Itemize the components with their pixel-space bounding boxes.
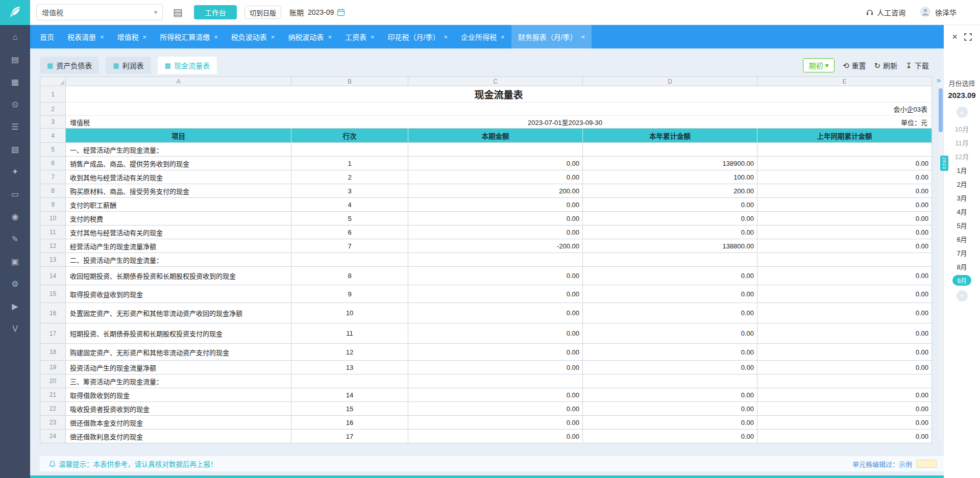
cell-prior-amount[interactable]: 0.00: [757, 239, 932, 253]
cell-current-amount[interactable]: 0.00: [408, 225, 583, 239]
cell-item[interactable]: 支付的职工薪酬: [66, 198, 291, 212]
cell-current-amount[interactable]: 0.00: [408, 323, 583, 344]
cell-ytd-amount[interactable]: 0.00: [583, 285, 757, 303]
cell-item[interactable]: 经营活动产生的现金流量净额: [66, 239, 291, 253]
row-number[interactable]: 13: [40, 253, 66, 267]
cell-prior-amount[interactable]: 0.00: [757, 198, 932, 212]
cell-line[interactable]: 14: [291, 388, 408, 402]
cell-item[interactable]: 吸收投资者投资收到的现金: [66, 402, 291, 416]
month-item[interactable]: 1月: [944, 163, 980, 177]
cell-ytd-amount[interactable]: 0.00: [583, 212, 757, 225]
cell-line[interactable]: 17: [291, 430, 408, 443]
cell-item[interactable]: 偿还借款利息支付的现金: [66, 430, 291, 443]
cell-line[interactable]: 9: [291, 285, 408, 303]
cell-prior-amount[interactable]: 0.00: [757, 323, 932, 344]
cell-item[interactable]: 一、经营活动产生的现金流量：: [66, 143, 291, 157]
column-header[interactable]: E: [757, 77, 932, 86]
refresh-button[interactable]: ↻ 刷新: [874, 60, 898, 70]
cell-line[interactable]: 1: [291, 157, 408, 170]
cell-prior-amount[interactable]: 0.00: [757, 430, 932, 443]
tab-9[interactable]: 企业所得税×: [454, 25, 511, 48]
month-item[interactable]: 5月: [944, 218, 980, 232]
cell-ytd-amount[interactable]: 200.00: [583, 184, 757, 198]
row-number[interactable]: 8: [40, 184, 66, 198]
cell-current-amount[interactable]: 0.00: [408, 285, 583, 303]
cell-current-amount[interactable]: 0.00: [408, 157, 583, 170]
cell-current-amount[interactable]: 0.00: [408, 402, 583, 416]
row-number[interactable]: 16: [40, 303, 66, 323]
cell-current-amount[interactable]: 0.00: [408, 267, 583, 285]
cell-line[interactable]: 5: [291, 212, 408, 225]
doc-icon[interactable]: ✎: [10, 234, 20, 244]
cell-ytd-amount[interactable]: 0.00: [583, 388, 757, 402]
report-icon[interactable]: ▧: [10, 144, 20, 155]
cell-ytd-amount[interactable]: 0.00: [583, 361, 757, 374]
subtab-3[interactable]: ▦现金流量表: [158, 57, 217, 74]
tab-4[interactable]: 所得税汇算清缴×: [153, 25, 225, 48]
cell-item[interactable]: 处置固定资产、无形资产和其他非流动资产收回的现金净额: [66, 303, 291, 323]
row-number[interactable]: 22: [40, 402, 66, 416]
cell-item[interactable]: 三、筹资活动产生的现金流量：: [66, 374, 291, 388]
cell-prior-amount[interactable]: 0.00: [757, 303, 932, 323]
calendar-icon[interactable]: [337, 8, 345, 16]
reset-button[interactable]: ⟲ 重置: [843, 60, 866, 70]
cell-prior-amount[interactable]: 0.00: [757, 225, 932, 239]
tab-close-icon[interactable]: ×: [328, 33, 332, 41]
cell-ytd-amount[interactable]: 0.00: [583, 416, 757, 430]
row-number[interactable]: 11: [40, 225, 66, 239]
cell-line[interactable]: [291, 374, 408, 388]
tab-7[interactable]: 工资表×: [338, 25, 381, 48]
cell-line[interactable]: 4: [291, 198, 408, 212]
cell-item[interactable]: 取得投资收益收到的现金: [66, 285, 291, 303]
gift-icon[interactable]: ✦: [10, 167, 20, 177]
cell-prior-amount[interactable]: 0.00: [757, 344, 932, 361]
brand-icon[interactable]: V: [10, 324, 20, 334]
cell-item[interactable]: 支付的税费: [66, 212, 291, 225]
month-item[interactable]: 4月: [944, 205, 980, 218]
tab-close-icon[interactable]: ×: [444, 33, 448, 41]
row-number[interactable]: 17: [40, 323, 66, 344]
row-number[interactable]: 18: [40, 344, 66, 361]
cell-item[interactable]: 支付其他与经营活动有关的现金: [66, 225, 291, 239]
month-item[interactable]: 2月: [944, 177, 980, 191]
row-number[interactable]: 15: [40, 285, 66, 303]
cell-prior-amount[interactable]: 0.00: [757, 184, 932, 198]
report-select[interactable]: 增值税 ▾: [36, 4, 163, 20]
cell-item[interactable]: 购买原材料、商品、接受劳务支付的现金: [66, 184, 291, 198]
cell-item[interactable]: 短期投资、长期债券投资和长期股权投资支付的现金: [66, 323, 291, 344]
row-number[interactable]: 21: [40, 388, 66, 402]
voucher-icon[interactable]: ▤: [173, 7, 183, 17]
close-all-icon[interactable]: ×: [952, 32, 958, 41]
period-dropdown-button[interactable]: 期初 ▾: [803, 58, 835, 72]
row-number[interactable]: 12: [40, 239, 66, 253]
tab-close-icon[interactable]: ×: [100, 33, 104, 41]
cell-current-amount[interactable]: [408, 253, 583, 267]
cell-line[interactable]: 12: [291, 344, 408, 361]
row-number[interactable]: 9: [40, 198, 66, 212]
cell-ytd-amount[interactable]: 0.00: [583, 402, 757, 416]
tab-8[interactable]: 印花税（月/季）×: [381, 25, 454, 48]
cell-prior-amount[interactable]: [757, 374, 932, 388]
cell-item[interactable]: 二、投资活动产生的现金流量：: [66, 253, 291, 267]
cell-ytd-amount[interactable]: 0.00: [583, 430, 757, 443]
cell-current-amount[interactable]: -200.00: [408, 239, 583, 253]
cell-ytd-amount[interactable]: [583, 253, 757, 267]
voucher-icon[interactable]: ▤: [10, 55, 20, 65]
month-item[interactable]: 6月: [944, 232, 980, 246]
download-button[interactable]: ↧ 下载: [905, 60, 929, 70]
tab-10[interactable]: 财务报表（月/季）×: [511, 25, 592, 48]
tab-5[interactable]: 税负波动表×: [225, 25, 282, 48]
month-item[interactable]: 11月: [944, 136, 980, 149]
desk-icon[interactable]: ◉: [10, 212, 20, 222]
cell-line[interactable]: [291, 143, 408, 157]
cell-prior-amount[interactable]: [757, 143, 932, 157]
app-logo[interactable]: [0, 0, 30, 25]
cell-ytd-amount[interactable]: 100.00: [583, 170, 757, 184]
tab-close-icon[interactable]: ×: [271, 33, 275, 41]
month-item[interactable]: 12月: [944, 149, 980, 163]
row-number[interactable]: 4: [40, 129, 66, 143]
vertical-scrollbar[interactable]: [938, 77, 944, 443]
tab-close-icon[interactable]: ×: [371, 33, 375, 41]
video-icon[interactable]: ▶: [10, 301, 20, 312]
tab-6[interactable]: 纳税波动表×: [281, 25, 338, 48]
